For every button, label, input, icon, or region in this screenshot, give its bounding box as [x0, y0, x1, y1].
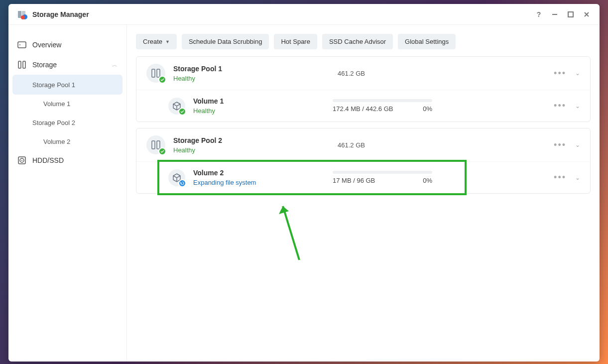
- sidebar-item-label: Storage Pool 1: [32, 81, 75, 89]
- status-badge-sync: [178, 179, 186, 187]
- chevron-down-icon[interactable]: ⌄: [575, 103, 580, 110]
- pool-name: Storage Pool 2: [173, 136, 338, 144]
- svg-rect-9: [23, 61, 25, 68]
- volume-1-row[interactable]: Volume 1 Healthy 172.4 MB / 442.6 GB 0%: [136, 90, 590, 121]
- storage-icon: [17, 60, 26, 69]
- svg-rect-0: [18, 11, 21, 18]
- svg-point-3: [21, 15, 25, 19]
- svg-rect-8: [18, 61, 21, 68]
- pool-status: Healthy: [173, 75, 338, 82]
- pool-capacity: 461.2 GB: [338, 141, 452, 149]
- sidebar-item-overview[interactable]: Overview: [8, 35, 126, 55]
- volume-status: Healthy: [193, 107, 333, 115]
- titlebar: Storage Manager ?: [8, 4, 600, 25]
- help-button[interactable]: ?: [531, 6, 547, 22]
- more-actions-icon[interactable]: •••: [554, 101, 566, 111]
- pool-name: Storage Pool 1: [173, 65, 338, 73]
- status-badge-ok: [178, 108, 186, 116]
- sidebar-item-storage-pool-1[interactable]: Storage Pool 1: [12, 75, 122, 95]
- sidebar-item-volume-2[interactable]: Volume 2: [8, 132, 126, 150]
- sidebar: Overview Storage ︿ Storage Pool 1 Volume…: [8, 25, 127, 362]
- svg-rect-5: [568, 12, 573, 17]
- svg-rect-4: [552, 14, 557, 15]
- more-actions-icon[interactable]: •••: [554, 172, 566, 183]
- toolbar: Create ▼ Schedule Data Scrubbing Hot Spa…: [136, 34, 591, 49]
- ssd-cache-advisor-button[interactable]: SSD Cache Advisor: [322, 34, 393, 49]
- pool-icon: [146, 135, 165, 154]
- create-button[interactable]: Create ▼: [136, 34, 177, 49]
- storage-pool-1-card: Storage Pool 1 Healthy 461.2 GB ••• ⌄: [136, 56, 591, 122]
- caret-down-icon: ▼: [165, 39, 170, 44]
- sidebar-item-hdd-ssd[interactable]: HDD/SSD: [8, 150, 126, 170]
- hot-spare-button[interactable]: Hot Spare: [274, 34, 317, 49]
- sidebar-item-label: Storage Pool 2: [32, 119, 75, 126]
- volume-percent: 0%: [423, 105, 432, 113]
- more-actions-icon[interactable]: •••: [554, 68, 566, 79]
- sidebar-item-volume-1[interactable]: Volume 1: [8, 95, 126, 113]
- minimize-button[interactable]: [547, 6, 563, 22]
- pool-icon: [146, 64, 165, 83]
- close-button[interactable]: [579, 6, 595, 22]
- sidebar-item-label: HDD/SSD: [32, 156, 64, 164]
- svg-point-12: [21, 160, 22, 161]
- maximize-button[interactable]: [563, 6, 579, 22]
- sidebar-item-storage[interactable]: Storage ︿: [8, 55, 126, 75]
- overview-icon: [17, 40, 26, 49]
- pool-status: Healthy: [173, 146, 338, 154]
- app-title: Storage Manager: [32, 10, 89, 18]
- global-settings-button[interactable]: Global Settings: [398, 34, 456, 49]
- volume-status: Expanding file system: [193, 179, 333, 186]
- sidebar-item-label: Overview: [32, 41, 61, 49]
- volume-icon: [168, 98, 185, 115]
- chevron-down-icon[interactable]: ⌄: [575, 70, 580, 77]
- sidebar-item-label: Volume 1: [43, 100, 70, 108]
- volume-usage-text: 17 MB / 96 GB: [333, 177, 375, 184]
- volume-percent: 0%: [423, 177, 432, 184]
- sidebar-item-storage-pool-2[interactable]: Storage Pool 2: [8, 113, 126, 132]
- svg-rect-6: [18, 42, 26, 48]
- status-badge-ok: [158, 147, 166, 155]
- status-badge-ok: [158, 76, 166, 84]
- sidebar-item-label: Volume 2: [43, 138, 70, 145]
- volume-2-row[interactable]: Volume 2 Expanding file system 17 MB / 9…: [136, 162, 590, 193]
- pool-capacity: 461.2 GB: [338, 70, 452, 77]
- app-window: Storage Manager ? Overview S: [8, 4, 600, 362]
- usage-bar: [333, 171, 432, 174]
- chevron-down-icon[interactable]: ⌄: [575, 174, 580, 181]
- volume-name: Volume 1: [193, 97, 333, 105]
- volume-name: Volume 2: [193, 169, 333, 177]
- chevron-up-icon: ︿: [112, 61, 118, 69]
- volume-usage-text: 172.4 MB / 442.6 GB: [333, 105, 393, 113]
- svg-rect-16: [157, 141, 160, 149]
- svg-point-7: [19, 44, 20, 45]
- usage-bar: [333, 99, 432, 102]
- window-body: Overview Storage ︿ Storage Pool 1 Volume…: [8, 25, 600, 362]
- more-actions-icon[interactable]: •••: [554, 140, 566, 150]
- schedule-scrubbing-button[interactable]: Schedule Data Scrubbing: [182, 34, 269, 49]
- chevron-down-icon[interactable]: ⌄: [575, 141, 580, 148]
- storage-pool-2-card: Storage Pool 2 Healthy 461.2 GB ••• ⌄: [136, 128, 591, 194]
- main-content: Create ▼ Schedule Data Scrubbing Hot Spa…: [127, 25, 600, 362]
- svg-rect-14: [157, 69, 160, 77]
- app-icon: [17, 9, 27, 19]
- storage-pool-1-row[interactable]: Storage Pool 1 Healthy 461.2 GB ••• ⌄: [136, 57, 590, 90]
- svg-rect-15: [152, 141, 155, 149]
- hdd-icon: [17, 156, 26, 165]
- volume-icon: [168, 169, 185, 186]
- sidebar-item-label: Storage: [32, 61, 57, 69]
- svg-rect-13: [152, 69, 155, 77]
- storage-pool-2-row[interactable]: Storage Pool 2 Healthy 461.2 GB ••• ⌄: [136, 128, 590, 162]
